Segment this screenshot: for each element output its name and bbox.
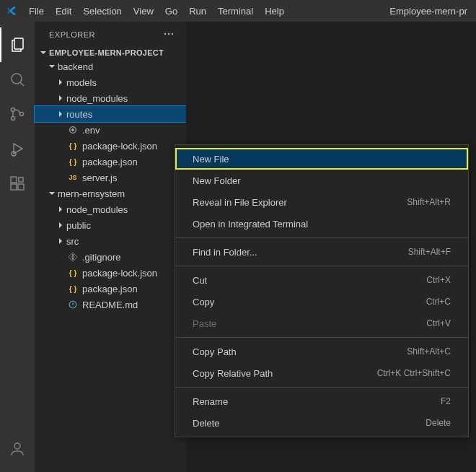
tree-item-node-modules[interactable]: node_modules xyxy=(35,90,186,106)
tree-item-package-json[interactable]: { }package.json xyxy=(35,281,186,297)
md-file-icon xyxy=(66,300,79,310)
svg-point-13 xyxy=(168,32,169,34)
tree-item-label: server.js xyxy=(82,172,117,183)
menu-run[interactable]: Run xyxy=(183,0,212,22)
menu-item-reveal-in-file-explorer[interactable]: Reveal in File ExplorerShift+Alt+R xyxy=(175,191,468,213)
menu-item-label: Copy Path xyxy=(193,346,237,357)
activity-bar xyxy=(0,22,35,472)
menu-help[interactable]: Help xyxy=(259,0,290,22)
explorer-activity[interactable] xyxy=(0,27,35,62)
tree-item-src[interactable]: src xyxy=(35,233,186,249)
menu-item-delete[interactable]: DeleteDelete xyxy=(175,412,468,434)
svg-point-17 xyxy=(72,254,74,256)
tree-item-server-js[interactable]: JSserver.js xyxy=(35,170,186,185)
sidebar: EXPLORER EMPLOYEE-MERN-PROJECT backendmo… xyxy=(35,22,186,472)
chevron-right-icon xyxy=(55,95,66,102)
run-debug-activity[interactable] xyxy=(0,131,35,166)
tree-item-package-json[interactable]: { }package.json xyxy=(35,154,186,170)
tree-item-readme-md[interactable]: README.md xyxy=(35,297,186,313)
menu-file[interactable]: File xyxy=(23,0,50,22)
chevron-right-icon xyxy=(55,237,66,245)
tree-item-models[interactable]: models xyxy=(35,74,186,90)
menu-item-label: New Folder xyxy=(193,175,240,186)
menu-item-copy-path[interactable]: Copy PathShift+Alt+C xyxy=(175,341,468,362)
menu-item-rename[interactable]: RenameF2 xyxy=(175,390,468,412)
chevron-down-icon xyxy=(46,63,58,70)
tree-item-label: models xyxy=(66,77,97,88)
menu-go[interactable]: Go xyxy=(159,0,183,22)
svg-line-2 xyxy=(20,82,24,86)
menu-item-label: Cut xyxy=(193,275,207,286)
menu-item-shortcut: Shift+Alt+C xyxy=(407,346,451,357)
tree-item-label: node_modules xyxy=(66,93,128,104)
extensions-activity[interactable] xyxy=(0,166,35,201)
menu-item-open-in-integrated-terminal[interactable]: Open in Integrated Terminal xyxy=(175,213,468,235)
js-file-icon: JS xyxy=(66,174,79,181)
git-file-icon xyxy=(66,252,79,262)
svg-point-3 xyxy=(12,108,15,112)
tree-item-label: package-lock.json xyxy=(82,141,157,152)
tree-item-label: README.md xyxy=(82,300,138,310)
window-title: Employee-mern-pr xyxy=(389,6,470,17)
menu-item-label: Copy xyxy=(193,297,214,307)
accounts-activity[interactable] xyxy=(0,432,35,466)
menu-item-shortcut: Ctrl+V xyxy=(426,318,451,328)
menu-item-copy-relative-path[interactable]: Copy Relative PathCtrl+K Ctrl+Shift+C xyxy=(175,362,468,384)
tree-item-routes[interactable]: routes xyxy=(35,106,186,122)
menu-separator xyxy=(175,237,468,238)
svg-point-14 xyxy=(172,32,173,34)
json-file-icon: { } xyxy=(66,285,79,293)
more-actions-icon[interactable] xyxy=(163,28,175,41)
menu-item-cut[interactable]: CutCtrl+X xyxy=(175,269,468,291)
menu-terminal[interactable]: Terminal xyxy=(212,0,259,22)
tree-item-public[interactable]: public xyxy=(35,217,186,233)
tree-item-node-modules[interactable]: node_modules xyxy=(35,201,186,217)
svg-rect-7 xyxy=(11,177,17,183)
menu-item-label: Find in Folder... xyxy=(193,247,257,258)
env-file-icon xyxy=(66,125,79,135)
json-file-icon: { } xyxy=(66,269,79,277)
tree-item-label: public xyxy=(66,220,91,231)
menu-item-label: Open in Integrated Terminal xyxy=(193,219,308,230)
svg-rect-0 xyxy=(14,38,23,49)
json-file-icon: { } xyxy=(66,142,79,150)
tree-item-label: src xyxy=(66,236,79,247)
tree-item-mern-emsystem[interactable]: mern-emsystem xyxy=(35,185,186,201)
tree-item-package-lock-json[interactable]: { }package-lock.json xyxy=(35,138,186,154)
source-control-activity[interactable] xyxy=(0,97,35,131)
menu-selection[interactable]: Selection xyxy=(77,0,127,22)
chevron-down-icon xyxy=(46,190,58,197)
tree-item--gitignore[interactable]: .gitignore xyxy=(35,249,186,265)
svg-point-18 xyxy=(72,258,74,260)
menu-item-find-in-folder---[interactable]: Find in Folder...Shift+Alt+F xyxy=(175,241,468,263)
tree-item--env[interactable]: .env xyxy=(35,122,186,138)
tree-item-backend[interactable]: backend xyxy=(35,58,186,74)
chevron-right-icon xyxy=(55,206,66,213)
menu-item-shortcut: F2 xyxy=(441,396,451,406)
menu-item-shortcut: Ctrl+C xyxy=(426,297,451,307)
menu-item-copy[interactable]: CopyCtrl+C xyxy=(175,291,468,313)
chevron-right-icon xyxy=(55,79,66,86)
menu-view[interactable]: View xyxy=(128,0,159,22)
tree-item-label: routes xyxy=(66,109,92,120)
menu-item-shortcut: Delete xyxy=(426,418,451,428)
tree-item-label: backend xyxy=(58,61,93,72)
search-activity[interactable] xyxy=(0,62,35,97)
tree-item-label: package.json xyxy=(82,284,138,294)
svg-rect-10 xyxy=(19,178,23,182)
menu-item-new-file[interactable]: New File xyxy=(175,148,468,170)
menu-item-label: Paste xyxy=(193,318,216,329)
menu-edit[interactable]: Edit xyxy=(50,0,77,22)
menu-item-new-folder[interactable]: New Folder xyxy=(175,170,468,191)
sidebar-header: EXPLORER xyxy=(35,22,186,47)
titlebar: FileEditSelectionViewGoRunTerminalHelp E… xyxy=(0,0,476,22)
menu-separator xyxy=(175,337,468,338)
tree-item-package-lock-json[interactable]: { }package-lock.json xyxy=(35,265,186,281)
tree-item-label: package.json xyxy=(82,157,138,167)
tree-section-header[interactable]: EMPLOYEE-MERN-PROJECT xyxy=(35,47,186,58)
context-menu: New FileNew FolderReveal in File Explore… xyxy=(175,144,469,437)
svg-point-1 xyxy=(12,74,22,84)
section-label: EMPLOYEE-MERN-PROJECT xyxy=(49,48,164,57)
svg-point-4 xyxy=(12,117,15,121)
menu-item-label: New File xyxy=(193,154,229,165)
